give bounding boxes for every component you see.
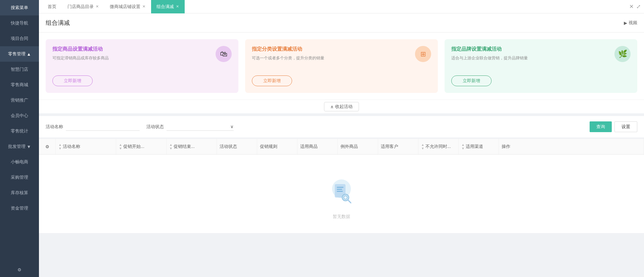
arrow-down-icon: ▼ (27, 144, 31, 149)
tab-home[interactable]: 首页 (42, 0, 62, 13)
name-search-input[interactable] (66, 123, 140, 131)
sidebar-item-label: 库存核算 (11, 190, 28, 195)
sidebar: 搜索菜单 快捷导航 项目合同 零售管理 ▲ 智慧门店 零售商城 营销推广 会员中… (0, 0, 39, 277)
sidebar-item-search-menu[interactable]: 搜索菜单 (0, 0, 39, 15)
maximize-window-icon[interactable]: ⤢ (636, 3, 641, 10)
search-actions: 查询 设置 (590, 121, 637, 132)
th-customer: 适用客户 (378, 139, 418, 154)
collapse-arrow-icon: ∧ (330, 104, 334, 109)
page-header: 组合满减 ▶ 视频 (39, 13, 644, 33)
tab-micro-mall[interactable]: 微商城店铺设置 ✕ (104, 0, 151, 13)
activity-card-goods: 指定商品设置满减活动 可指定滞销商品或库存较多商品 🛍 立即新增 (46, 39, 238, 93)
main-area: 首页 门店商品目录 ✕ 微商城店铺设置 ✕ 组合满减 ✕ ✕ ⤢ 组合满减 ▶ … (39, 0, 644, 277)
sidebar-item-retail-stats[interactable]: 零售统计 (0, 123, 39, 139)
sort-icon[interactable]: ▲▼ (169, 143, 173, 150)
th-channel: ▲▼ 适用渠道 (459, 139, 499, 154)
collapse-activities-button[interactable]: ∧ 收起活动 (324, 102, 359, 111)
page-content: 组合满减 ▶ 视频 指定商品设置满减活动 可指定滞销商品或库存较多商品 🛍 立即… (39, 13, 644, 277)
sidebar-item-inventory[interactable]: 库存核算 (0, 185, 39, 201)
tab-label: 门店商品目录 (67, 4, 94, 10)
video-link[interactable]: ▶ 视频 (624, 20, 637, 26)
table-section: ⚙ ▲▼ 活动名称 ▲▼ 促销开始... ▲▼ 促销结束... 活动状态 (39, 139, 644, 233)
gear-icon: ⚙ (17, 267, 21, 272)
th-start: ▲▼ 促销开始... (116, 139, 167, 154)
card-title-goods: 指定商品设置满减活动 (52, 46, 232, 52)
sidebar-item-label: 资金管理 (11, 206, 28, 211)
sort-icon[interactable]: ▲▼ (461, 143, 465, 150)
empty-state: 暂无数据 (39, 155, 644, 233)
add-category-activity-button[interactable]: 立即新增 (252, 75, 292, 86)
svg-rect-4 (337, 191, 343, 192)
close-icon[interactable]: ✕ (176, 4, 179, 9)
sidebar-item-smart-store[interactable]: 智慧门店 (0, 62, 39, 77)
tab-combo-discount[interactable]: 组合满减 ✕ (151, 0, 185, 13)
sidebar-item-ecommerce[interactable]: 小畅电商 (0, 154, 39, 170)
sidebar-item-label: 零售统计 (11, 128, 28, 133)
activity-card-category: 指定分类设置满减活动 可选一个或者多个分类，提升分类的销量 ⊞ 立即新增 (245, 39, 438, 93)
sidebar-item-marketing[interactable]: 营销推广 (0, 93, 39, 108)
sort-icon[interactable]: ▲▼ (58, 143, 62, 150)
sort-icon[interactable]: ▲▼ (421, 143, 424, 150)
empty-text: 暂无数据 (333, 214, 350, 220)
gear-settings-icon: ⚙ (45, 144, 49, 149)
th-op: 操作 (499, 139, 644, 154)
activity-card-brand: 指定品牌设置满减活动 适合与上游企业联合做营销，提升品牌销量 🌿 立即新增 (445, 39, 637, 93)
play-circle-icon: ▶ (624, 20, 627, 25)
close-window-icon[interactable]: ✕ (629, 3, 634, 10)
sidebar-item-label: 批发管理 (8, 144, 26, 150)
sidebar-item-member-center[interactable]: 会员中心 (0, 108, 39, 123)
svg-rect-2 (337, 187, 343, 188)
tab-label: 微商城店铺设置 (110, 4, 140, 10)
page-title: 组合满减 (46, 19, 70, 27)
sort-icon[interactable]: ▲▼ (119, 143, 122, 150)
th-name-label: 活动名称 (63, 144, 80, 150)
th-customer-label: 适用客户 (381, 144, 398, 150)
th-gear[interactable]: ⚙ (39, 139, 56, 154)
sidebar-item-quick-nav[interactable]: 快捷导航 (0, 15, 39, 31)
status-select[interactable]: ∨ (167, 123, 234, 131)
add-brand-activity-button[interactable]: 立即新增 (451, 75, 492, 86)
name-search-label: 活动名称 (46, 124, 63, 130)
sidebar-item-retail-mall[interactable]: 零售商城 (0, 77, 39, 93)
sidebar-item-project-contract[interactable]: 项目合同 (0, 31, 39, 46)
sidebar-item-label: 项目合同 (11, 36, 28, 41)
brand-card-icon: 🌿 (614, 46, 631, 62)
collapse-label: 收起活动 (335, 104, 353, 110)
close-icon[interactable]: ✕ (142, 4, 145, 9)
activity-cards-section: 指定商品设置满减活动 可指定滞销商品或库存较多商品 🛍 立即新增 指定分类设置满… (39, 33, 644, 100)
video-label: 视频 (629, 20, 637, 26)
th-end: ▲▼ 促销结束... (167, 139, 217, 154)
sidebar-item-label: 快捷导航 (11, 20, 28, 25)
tab-label: 首页 (48, 4, 56, 10)
sidebar-item-label: 搜索菜单 (11, 5, 28, 10)
th-allow: ▲▼ 不允许同时... (418, 139, 459, 154)
card-desc-goods: 可指定滞销商品或库存较多商品 (52, 55, 232, 61)
sidebar-item-label: 营销推广 (11, 98, 28, 103)
sidebar-item-label: 智慧门店 (11, 67, 28, 72)
th-start-label: 促销开始... (123, 144, 144, 150)
close-icon[interactable]: ✕ (96, 4, 99, 9)
th-except-label: 例外商品 (340, 144, 358, 150)
th-op-label: 操作 (502, 144, 510, 150)
chevron-down-icon: ∨ (230, 124, 234, 129)
svg-point-6 (344, 196, 347, 199)
tab-bar: 首页 门店商品目录 ✕ 微商城店铺设置 ✕ 组合满减 ✕ ✕ ⤢ (39, 0, 644, 13)
card-desc-brand: 适合与上游企业联合做营销，提升品牌销量 (451, 55, 631, 61)
setting-button[interactable]: 设置 (614, 121, 637, 132)
card-desc-category: 可选一个或者多个分类，提升分类的销量 (252, 55, 431, 61)
th-name: ▲▼ 活动名称 (56, 139, 116, 154)
sidebar-item-retail-mgmt[interactable]: 零售管理 ▲ (0, 46, 39, 62)
query-button[interactable]: 查询 (590, 121, 612, 132)
search-section: 活动名称 活动状态 ∨ 查询 设置 (39, 116, 644, 137)
collapse-bar: ∧ 收起活动 (39, 100, 644, 113)
tab-store-catalog[interactable]: 门店商品目录 ✕ (62, 0, 104, 13)
sidebar-item-wholesale-mgmt[interactable]: 批发管理 ▼ (0, 139, 39, 154)
sidebar-item-purchase-mgmt[interactable]: 采购管理 (0, 170, 39, 185)
arrow-up-icon: ▲ (27, 52, 31, 57)
sidebar-item-finance[interactable]: 资金管理 (0, 201, 39, 216)
sidebar-settings-btn[interactable]: ⚙ (0, 263, 39, 277)
add-goods-activity-button[interactable]: 立即新增 (52, 75, 93, 86)
category-card-icon: ⊞ (415, 46, 431, 62)
status-search-label: 活动状态 (146, 124, 164, 130)
card-title-brand: 指定品牌设置满减活动 (451, 46, 631, 52)
